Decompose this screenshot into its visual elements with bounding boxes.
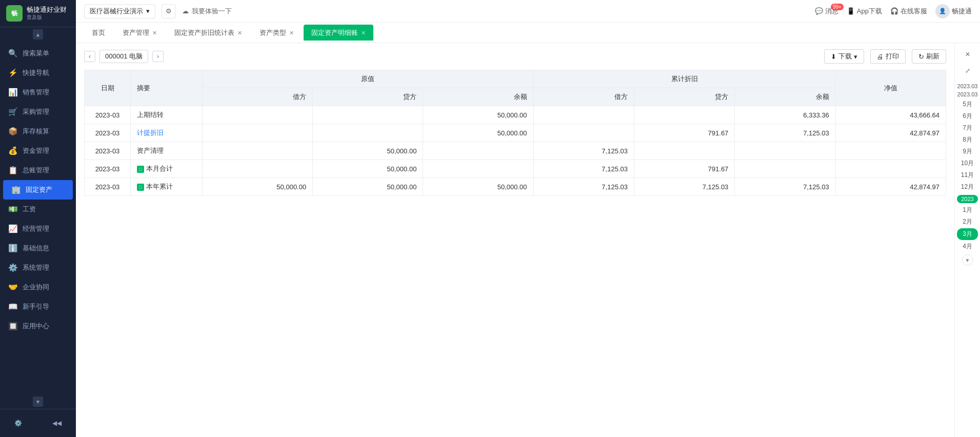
content-area: ‹ 000001 电脑 › ⬇ 下载 ▾ 🖨 打印 [76,43,954,437]
month-12[interactable]: 12月 [955,181,980,193]
top-year-label2: 2023.03 [955,90,980,98]
sidebar-item-ledger[interactable]: 📋 总账管理 [0,161,76,180]
cell-accum-balance: 6,333.36 [735,106,835,124]
download-icon: ⬇ [831,53,836,61]
cell-accum-balance: 7,125.03 [735,178,835,196]
trial-icon: ☁ [182,7,189,15]
collapse-icon: ◀◀ [52,420,62,427]
table-row: 2023-03 □本年累计 50,000.00 50,000.00 50,000… [85,178,946,196]
month-3[interactable]: 3月 [957,228,978,240]
cell-net-value [835,142,946,160]
sidebar-item-basic-info[interactable]: ℹ️ 基础信息 [0,239,76,258]
cell-accum-credit [634,106,734,124]
sidebar-item-cooperation[interactable]: 🤝 企业协同 [0,277,76,297]
th-accumulated-depreciation: 累计折旧 [533,70,835,88]
sidebar-item-label: 经营管理 [23,224,49,233]
cell-orig-balance [423,142,533,160]
month-7[interactable]: 7月 [955,122,980,134]
app-download-button[interactable]: 📱 App下载 [847,7,882,16]
purchase-icon: 🛒 [8,107,17,116]
tab-depreciation-stats[interactable]: 固定资产折旧统计表 ✕ [167,25,250,41]
tab-close-icon[interactable]: ✕ [152,30,157,36]
sidebar-item-label: 总账管理 [23,166,49,175]
year-section-top: 2023.03 2023.03 [955,82,980,98]
table-row: 2023-03 资产清理 50,000.00 7,125.03 [85,142,946,160]
tab-home[interactable]: 首页 [84,25,113,41]
th-accum-balance: 余额 [735,88,835,106]
cell-summary: 资产清理 [131,142,203,160]
customer-service-button[interactable]: 🎧 在线客服 [890,7,927,16]
month-4[interactable]: 4月 [955,241,980,252]
sidebar-item-sales[interactable]: 📊 销售管理 [0,83,76,102]
sidebar-item-app-center[interactable]: 🔲 应用中心 [0,316,76,336]
sidebar-item-label: 企业协同 [23,283,49,292]
logo-icon: 畅 [6,5,23,22]
panel-close-button[interactable]: ✕ [961,47,975,62]
sidebar-item-purchase[interactable]: 🛒 采购管理 [0,102,76,122]
tab-close-icon[interactable]: ✕ [237,30,242,36]
tab-asset-mgmt[interactable]: 资产管理 ✕ [115,25,165,41]
messages-button[interactable]: 💬 消息 99+ [815,7,838,16]
tab-close-icon[interactable]: ✕ [289,30,294,36]
company-name: 医疗器械行业演示 [90,7,143,16]
sidebar-item-inventory[interactable]: 📦 库存核算 [0,122,76,141]
refresh-button[interactable]: ↻ 刷新 [912,49,946,64]
panel-expand-button[interactable]: ⤢ [961,64,975,78]
cell-net-value: 43,666.64 [835,106,946,124]
sidebar-settings-btn[interactable]: ⚙️ [6,415,30,431]
th-orig-credit: 贷方 [313,88,423,106]
cell-date: 2023-03 [85,124,131,142]
sidebar-item-guide[interactable]: 📖 新手引导 [0,297,76,316]
asset-next-button[interactable]: › [152,51,164,62]
sidebar-item-finance[interactable]: 💰 资金管理 [0,141,76,161]
tab-close-icon[interactable]: ✕ [361,30,366,36]
cell-net-value: 42,874.97 [835,124,946,142]
user-label: 畅捷通 [952,7,972,16]
month-1[interactable]: 1月 [955,204,980,216]
month-8[interactable]: 8月 [955,134,980,146]
th-date: 日期 [85,70,131,106]
company-selector[interactable]: 医疗器械行业演示 ▾ [84,4,155,18]
sidebar-item-operations[interactable]: 📈 经营管理 [0,219,76,239]
sidebar-item-payroll[interactable]: 💵 工资 [0,200,76,219]
month-10[interactable]: 10月 [955,157,980,169]
month-2[interactable]: 2月 [955,216,980,228]
header-right: 💬 消息 99+ 📱 App下载 🎧 在线客服 👤 畅捷通 [815,4,972,18]
th-accum-credit: 贷方 [634,88,734,106]
sidebar-item-system[interactable]: ⚙️ 系统管理 [0,258,76,277]
asset-prev-button[interactable]: ‹ [84,51,95,62]
month-6[interactable]: 6月 [955,110,980,122]
cell-orig-balance [423,160,533,178]
cell-orig-balance: 50,000.00 [423,106,533,124]
dropdown-icon: ▾ [146,7,150,15]
cell-orig-debit [203,124,313,142]
download-button[interactable]: ⬇ 下载 ▾ [824,49,864,64]
sidebar-item-fixed-assets[interactable]: 🏢 固定资产 [3,180,73,200]
tab-asset-type[interactable]: 资产类型 ✕ [252,25,302,41]
user-profile-button[interactable]: 👤 畅捷通 [935,4,972,18]
trial-button[interactable]: ☁ 我要体验一下 [182,7,232,16]
month-9[interactable]: 9月 [955,146,980,157]
trial-label: 我要体验一下 [192,7,232,16]
header-gear-button[interactable]: ⚙ [162,4,176,18]
sidebar-item-quick-nav[interactable]: ⚡ 快捷导航 [0,63,76,83]
prev-icon: ‹ [89,53,91,60]
tab-asset-detail[interactable]: 固定资产明细账 ✕ [304,25,373,41]
month-11[interactable]: 11月 [955,169,980,181]
print-button[interactable]: 🖨 打印 [870,49,906,64]
payroll-icon: 💵 [8,205,17,214]
th-net-value: 净值 [835,70,946,106]
scroll-down-button[interactable]: ▼ [962,254,973,266]
page-content: ‹ 000001 电脑 › ⬇ 下载 ▾ 🖨 打印 [76,43,980,437]
sidebar-scroll-up[interactable]: ▲ [33,29,43,39]
month-5[interactable]: 5月 [955,98,980,110]
cell-accum-credit: 7,125.03 [634,178,734,196]
table-row: 2023-03 上期结转 50,000.00 6,333.36 43,666.6… [85,106,946,124]
sidebar-scroll-down[interactable]: ▼ [33,396,43,407]
sidebar-item-search[interactable]: 🔍 搜索菜单 [0,44,76,63]
sidebar-item-label: 库存核算 [23,127,49,136]
sidebar-item-label: 工资 [23,205,36,214]
summary-link[interactable]: 计提折旧 [137,129,164,136]
sidebar-collapse-btn[interactable]: ◀◀ [44,415,70,431]
guide-icon: 📖 [8,302,17,311]
